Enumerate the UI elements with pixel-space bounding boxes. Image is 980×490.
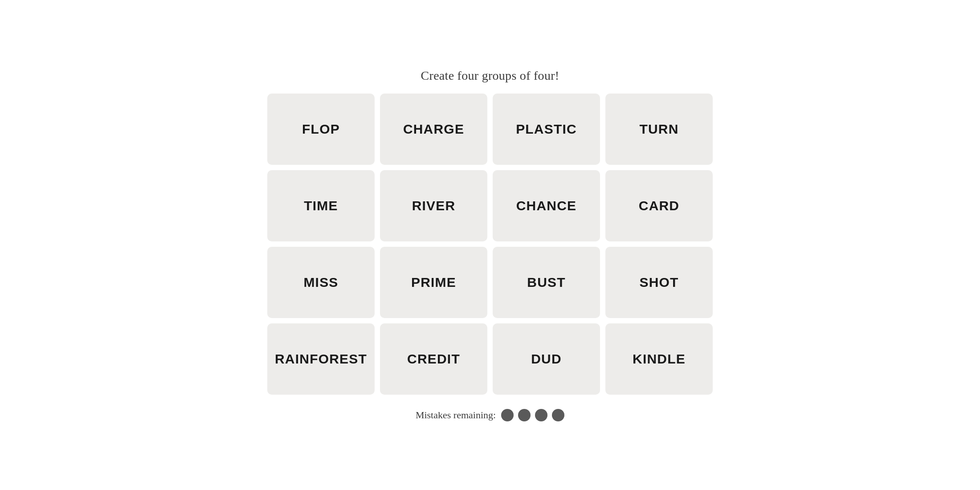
tile-kindle[interactable]: KINDLE bbox=[605, 323, 713, 395]
tile-label-river: RIVER bbox=[412, 198, 456, 213]
tile-plastic[interactable]: PLASTIC bbox=[493, 94, 600, 165]
tile-label-card: CARD bbox=[639, 198, 679, 213]
mistakes-label: Mistakes remaining: bbox=[416, 409, 496, 421]
tile-bust[interactable]: BUST bbox=[493, 247, 600, 318]
tile-label-miss: MISS bbox=[303, 275, 338, 290]
tile-turn[interactable]: TURN bbox=[605, 94, 713, 165]
tile-flop[interactable]: FLOP bbox=[267, 94, 375, 165]
tile-rainforest[interactable]: RAINFOREST bbox=[267, 323, 375, 395]
tile-label-plastic: PLASTIC bbox=[516, 122, 577, 137]
mistake-dot-1 bbox=[501, 409, 514, 421]
tile-card[interactable]: CARD bbox=[605, 170, 713, 241]
tile-label-prime: PRIME bbox=[411, 275, 456, 290]
tile-shot[interactable]: SHOT bbox=[605, 247, 713, 318]
mistakes-section: Mistakes remaining: bbox=[416, 409, 564, 421]
tile-label-shot: SHOT bbox=[639, 275, 678, 290]
tile-label-dud: DUD bbox=[531, 351, 562, 367]
mistake-dot-4 bbox=[552, 409, 564, 421]
tile-label-credit: CREDIT bbox=[407, 351, 460, 367]
tile-river[interactable]: RIVER bbox=[380, 170, 487, 241]
tile-chance[interactable]: CHANCE bbox=[493, 170, 600, 241]
tile-charge[interactable]: CHARGE bbox=[380, 94, 487, 165]
tile-prime[interactable]: PRIME bbox=[380, 247, 487, 318]
game-container: Create four groups of four! FLOPCHARGEPL… bbox=[267, 69, 713, 421]
game-subtitle: Create four groups of four! bbox=[421, 69, 559, 83]
word-grid: FLOPCHARGEPLASTICTURNTIMERIVERCHANCECARD… bbox=[267, 94, 713, 395]
tile-label-charge: CHARGE bbox=[403, 122, 464, 137]
mistake-dot-2 bbox=[518, 409, 531, 421]
tile-dud[interactable]: DUD bbox=[493, 323, 600, 395]
tile-label-rainforest: RAINFOREST bbox=[275, 351, 367, 367]
tile-label-turn: TURN bbox=[639, 122, 678, 137]
tile-label-bust: BUST bbox=[527, 275, 565, 290]
tile-time[interactable]: TIME bbox=[267, 170, 375, 241]
tile-miss[interactable]: MISS bbox=[267, 247, 375, 318]
mistake-dot-3 bbox=[535, 409, 547, 421]
tile-label-chance: CHANCE bbox=[516, 198, 577, 213]
tile-label-flop: FLOP bbox=[302, 122, 340, 137]
mistakes-dots bbox=[501, 409, 564, 421]
tile-label-time: TIME bbox=[304, 198, 338, 213]
tile-label-kindle: KINDLE bbox=[633, 351, 686, 367]
tile-credit[interactable]: CREDIT bbox=[380, 323, 487, 395]
